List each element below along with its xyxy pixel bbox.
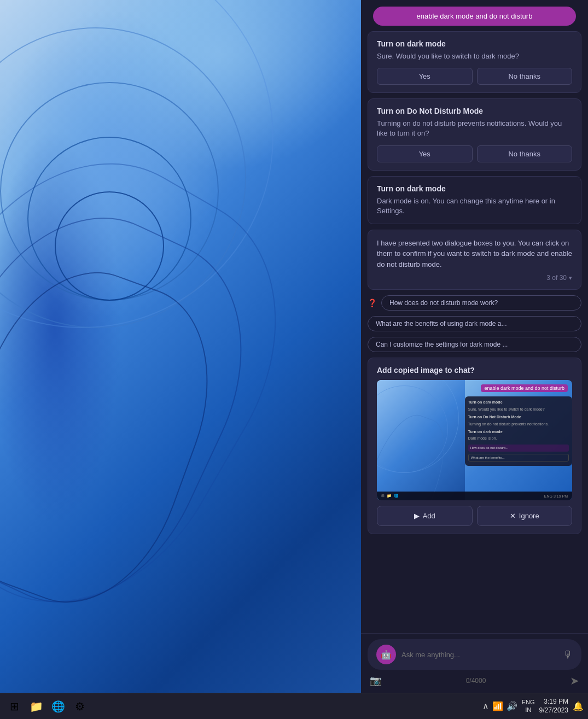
wallpaper [0, 0, 361, 693]
message-bubble: I have presented two dialogue boxes to y… [368, 230, 581, 290]
lang-text: ENGIN [522, 699, 535, 713]
enable-dark-mode-button[interactable]: enable dark mode and do not disturb [373, 7, 576, 26]
screenshot-icon[interactable]: 📷 [370, 675, 382, 687]
dark-mode-dialog-text: Sure. Would you like to switch to dark m… [377, 51, 572, 61]
clock[interactable]: 3:19 PM 9/27/2023 [539, 698, 568, 715]
taskbar-browser-icon[interactable]: 🌐 [48, 697, 68, 716]
dark-mode-dialog-title: Turn on dark mode [377, 39, 572, 48]
dark-mode-confirm-text: Dark mode is on. You can change this any… [377, 196, 572, 216]
ignore-label: Ignore [519, 512, 539, 520]
message-footer: 3 of 30 ▾ [377, 274, 572, 282]
systray: ∧ 📶 🔊 [482, 701, 517, 711]
play-icon: ▶ [414, 512, 420, 520]
input-footer: 📷 0/4000 ➤ [368, 674, 581, 687]
image-action-buttons: ▶ Add ✕ Ignore [377, 506, 572, 526]
dark-mode-confirm-title: Turn on dark mode [377, 184, 572, 193]
lang-indicator[interactable]: ENGIN [522, 699, 535, 713]
taskbar: ⊞ 📁 🌐 ⚙ ∧ 📶 🔊 ENGIN 3:19 PM 9/27/2023 🔔 [0, 693, 588, 719]
page-count: 3 of 30 [546, 274, 567, 282]
suggestion-1[interactable]: How does do not disturb mode work? [381, 295, 581, 311]
dnd-no-button[interactable]: No thanks [477, 145, 573, 162]
dnd-dialog-title: Turn on Do Not Disturb Mode [377, 107, 572, 115]
dark-mode-confirm-card: Turn on dark mode Dark mode is on. You c… [368, 176, 581, 224]
chat-content: enable dark mode and do not disturb Turn… [361, 0, 588, 633]
dnd-yes-button[interactable]: Yes [377, 145, 473, 162]
taskbar-explorer-icon[interactable]: 📁 [26, 697, 46, 716]
preview-overlay-pill: enable dark mode and do not disturb [481, 384, 568, 392]
suggestion-3[interactable]: Can I customize the settings for dark mo… [368, 337, 581, 352]
message-text: I have presented two dialogue boxes to y… [377, 238, 572, 270]
input-area: 🤖 🎙 📷 0/4000 ➤ [361, 633, 588, 693]
suggestion-3-wrap: Can I customize the settings for dark mo… [368, 337, 581, 352]
preview-content: Turn on dark mode Sure. Would you like t… [465, 396, 572, 466]
suggestion-2[interactable]: What are the benefits of using dark mode… [368, 316, 581, 331]
clock-date: 9/27/2023 [539, 706, 568, 715]
avatar-icon: 🤖 [376, 645, 396, 664]
dnd-dialog-buttons: Yes No thanks [377, 145, 572, 162]
add-image-button[interactable]: ▶ Add [377, 506, 473, 526]
copied-image-title: Add copied image to chat? [377, 366, 572, 375]
dark-mode-dialog: Turn on dark mode Sure. Would you like t… [368, 31, 581, 93]
dnd-dialog: Turn on Do Not Disturb Mode Turning on d… [368, 98, 581, 170]
notification-icon[interactable]: 🔔 [573, 701, 584, 711]
dark-mode-no-button[interactable]: No thanks [477, 68, 573, 85]
page-arrow[interactable]: ▾ [569, 274, 572, 282]
taskbar-settings-icon[interactable]: ⚙ [70, 697, 90, 716]
dark-mode-yes-button[interactable]: Yes [377, 68, 473, 85]
add-label: Add [423, 512, 435, 520]
volume-icon[interactable]: 🔊 [507, 701, 517, 711]
network-icon[interactable]: 📶 [492, 701, 503, 711]
taskbar-right: ∧ 📶 🔊 ENGIN 3:19 PM 9/27/2023 🔔 [482, 698, 584, 715]
x-icon: ✕ [510, 512, 516, 520]
ignore-image-button[interactable]: ✕ Ignore [477, 506, 573, 526]
chevron-up-icon[interactable]: ∧ [482, 701, 489, 711]
suggestion-row-1: ❓ How does do not disturb mode work? [368, 295, 581, 311]
mic-icon[interactable]: 🎙 [563, 649, 573, 660]
taskbar-left: ⊞ 📁 🌐 ⚙ [4, 697, 480, 716]
dnd-dialog-text: Turning on do not disturb prevents notif… [377, 119, 572, 138]
taskbar-start-button[interactable]: ⊞ [4, 697, 24, 716]
chat-input[interactable] [401, 651, 557, 659]
suggestion-2-wrap: What are the benefits of using dark mode… [368, 316, 581, 331]
right-panel: enable dark mode and do not disturb Turn… [361, 0, 588, 693]
send-icon[interactable]: ➤ [570, 674, 579, 687]
clock-time: 3:19 PM [539, 698, 568, 706]
preview-wallpaper [377, 380, 465, 500]
suggestion-icon-1: ❓ [368, 299, 377, 307]
image-preview: enable dark mode and do not disturb Turn… [377, 380, 572, 500]
copied-image-card: Add copied image to chat? enable dark mo… [368, 358, 581, 534]
input-row: 🤖 🎙 [368, 639, 581, 670]
dark-mode-dialog-buttons: Yes No thanks [377, 68, 572, 85]
char-count: 0/4000 [466, 677, 486, 685]
preview-bottom-bar: ⊞📁🌐 ENG 3:19 PM [377, 492, 572, 500]
